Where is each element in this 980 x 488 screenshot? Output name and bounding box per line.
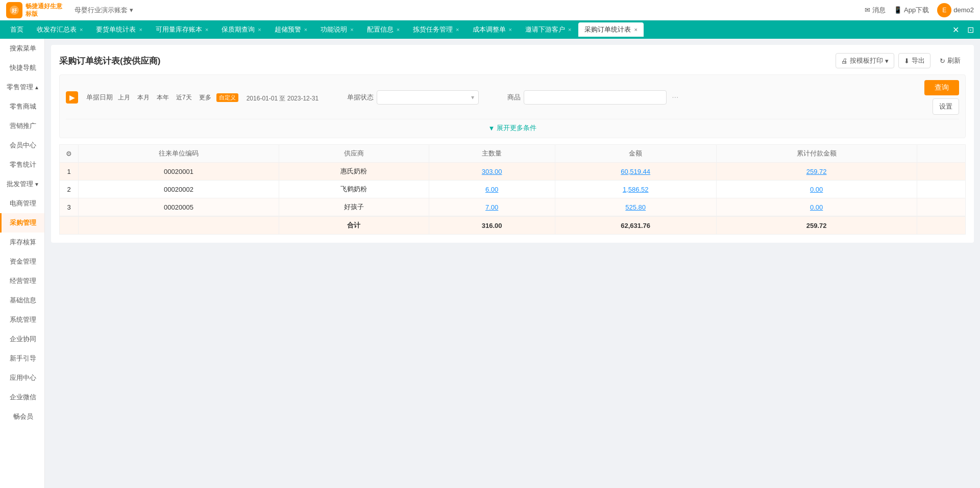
th-code: 往来单位编码 bbox=[79, 145, 279, 163]
filter-row-1: ▶ 单据日期 上月 本月 本年 近7天 更多 自定义 2016 bbox=[66, 80, 959, 115]
tab-4[interactable]: 保质期查询 × bbox=[215, 22, 267, 37]
svg-text:好: 好 bbox=[11, 8, 17, 13]
logo-icon: 好 bbox=[6, 2, 22, 18]
export-button[interactable]: ⬇ 导出 bbox=[898, 53, 930, 68]
row-code-2: 00020002 bbox=[79, 181, 279, 198]
row-paid-2[interactable]: 0.00 bbox=[810, 186, 823, 193]
sidebar-item-inventory[interactable]: 库存核算 bbox=[0, 233, 44, 252]
close-icon[interactable]: × bbox=[350, 27, 353, 33]
filter-actions: 查询 设置 bbox=[924, 80, 959, 115]
tab-active[interactable]: 采购订单统计表 × bbox=[578, 22, 643, 37]
workspace-select[interactable]: 母婴行业演示账套 ▾ bbox=[75, 6, 133, 15]
print-button[interactable]: 🖨 按模板打印 ▾ bbox=[836, 53, 894, 68]
row-qty-1[interactable]: 303.00 bbox=[482, 168, 502, 175]
sidebar-item-wechat-work[interactable]: 企业微信 bbox=[0, 388, 44, 407]
expand-filter-button[interactable]: ▼ 展开更多条件 bbox=[488, 123, 537, 133]
tab-7[interactable]: 配置信息 × bbox=[361, 22, 406, 37]
sidebar-item-retail-mall[interactable]: 零售商城 bbox=[0, 97, 44, 116]
nav-close-button[interactable]: ✕ bbox=[950, 24, 961, 36]
close-icon[interactable]: × bbox=[509, 27, 512, 33]
date-btn-last-month[interactable]: 上月 bbox=[116, 93, 132, 102]
layout: 搜索菜单 快捷导航 零售管理 ▲ 零售商城 营销推广 会员中心 零售统计 批发管… bbox=[0, 39, 980, 488]
sidebar-item-retail-mgmt[interactable]: 零售管理 ▲ bbox=[0, 78, 44, 97]
row-index-2: 2 bbox=[60, 181, 79, 198]
sidebar-item-marketing[interactable]: 营销推广 bbox=[0, 116, 44, 136]
nav-restore-button[interactable]: ⊡ bbox=[965, 24, 976, 36]
search-button[interactable]: 查询 bbox=[924, 80, 959, 95]
table-row: 2 00020002 飞鹤奶粉 6.00 1,586.52 0.00 bbox=[60, 181, 966, 198]
date-btn-7days[interactable]: 近7天 bbox=[174, 93, 194, 102]
sidebar-item-wholesale[interactable]: 批发管理 ▼ bbox=[0, 174, 44, 194]
page-header: 采购订单统计表(按供应商) 🖨 按模板打印 ▾ ⬇ 导出 ↻ 刷新 bbox=[59, 53, 966, 68]
close-icon[interactable]: × bbox=[80, 27, 83, 33]
sidebar-item-ecommerce[interactable]: 电商管理 bbox=[0, 194, 44, 213]
row-amount-3[interactable]: 525.80 bbox=[625, 203, 646, 211]
sidebar-item-finance[interactable]: 资金管理 bbox=[0, 252, 44, 271]
sidebar-item-retail-stats[interactable]: 零售统计 bbox=[0, 155, 44, 174]
date-btn-this-year[interactable]: 本年 bbox=[155, 93, 171, 102]
sidebar-item-system[interactable]: 系统管理 bbox=[0, 310, 44, 329]
filter-status-item: 单据状态 ▾ bbox=[347, 90, 479, 105]
sidebar-item-shortcuts[interactable]: 快捷导航 bbox=[0, 58, 44, 78]
user-area[interactable]: E demo2 bbox=[937, 3, 974, 17]
refresh-button[interactable]: ↻ 刷新 bbox=[935, 54, 966, 68]
print-icon: 🖨 bbox=[841, 57, 848, 65]
row-paid-1[interactable]: 259.72 bbox=[806, 168, 827, 175]
row-extra-3 bbox=[917, 198, 965, 217]
row-index-3: 3 bbox=[60, 198, 79, 217]
close-icon[interactable]: × bbox=[258, 27, 261, 33]
filter-collapse-button[interactable]: ▶ bbox=[66, 91, 78, 104]
sidebar-item-membership[interactable]: 畅会员 bbox=[0, 407, 44, 426]
footer-qty: 316.00 bbox=[429, 216, 555, 235]
close-icon[interactable]: × bbox=[568, 27, 571, 33]
sidebar-item-member[interactable]: 会员中心 bbox=[0, 136, 44, 155]
close-icon[interactable]: × bbox=[205, 27, 208, 33]
close-icon[interactable]: × bbox=[456, 27, 459, 33]
sidebar-item-guide[interactable]: 新手引导 bbox=[0, 349, 44, 368]
tab-2[interactable]: 要货单统计表 × bbox=[90, 22, 148, 37]
tab-8[interactable]: 拣货任务管理 × bbox=[407, 22, 465, 37]
footer-amount: 62,631.76 bbox=[555, 216, 716, 235]
tab-5[interactable]: 超储预警 × bbox=[268, 22, 313, 37]
tab-3[interactable]: 可用量库存账本 × bbox=[150, 22, 214, 37]
tab-6[interactable]: 功能说明 × bbox=[314, 22, 359, 37]
table-body: 1 00020001 惠氏奶粉 303.00 60,519.44 259.72 … bbox=[60, 163, 966, 217]
nav-tabs: 首页 收发存汇总表 × 要货单统计表 × 可用量库存账本 × 保质期查询 × 超… bbox=[0, 20, 980, 39]
close-icon[interactable]: × bbox=[397, 27, 400, 33]
row-amount-2[interactable]: 1,586.52 bbox=[623, 186, 649, 193]
close-icon[interactable]: × bbox=[304, 27, 307, 33]
settings-button[interactable]: 设置 bbox=[933, 98, 959, 115]
row-supplier-2: 飞鹤奶粉 bbox=[279, 181, 429, 198]
sidebar-item-app-center[interactable]: 应用中心 bbox=[0, 368, 44, 388]
goods-input[interactable] bbox=[524, 90, 667, 105]
row-supplier-3: 好孩子 bbox=[279, 198, 429, 217]
sidebar-item-operation[interactable]: 经营管理 bbox=[0, 271, 44, 291]
tab-1[interactable]: 收发存汇总表 × bbox=[31, 22, 89, 37]
sidebar-item-enterprise[interactable]: 企业协同 bbox=[0, 329, 44, 349]
status-select[interactable]: ▾ bbox=[377, 90, 479, 105]
message-button[interactable]: ✉ 消息 bbox=[865, 6, 886, 15]
goods-label: 商品 bbox=[507, 93, 521, 102]
row-qty-2[interactable]: 6.00 bbox=[485, 186, 498, 193]
close-icon[interactable]: × bbox=[634, 27, 637, 33]
row-qty-3[interactable]: 7.00 bbox=[485, 203, 498, 211]
page-actions: 🖨 按模板打印 ▾ ⬇ 导出 ↻ 刷新 bbox=[836, 53, 966, 68]
close-icon[interactable]: × bbox=[139, 27, 142, 33]
date-label: 单据日期 bbox=[86, 93, 113, 102]
app-download-button[interactable]: 📱 App下载 bbox=[894, 6, 929, 15]
th-extra bbox=[917, 145, 965, 163]
row-paid-3[interactable]: 0.00 bbox=[810, 203, 823, 211]
tab-home[interactable]: 首页 bbox=[4, 22, 30, 37]
date-btn-more[interactable]: 更多 bbox=[197, 93, 213, 102]
row-amount-1[interactable]: 60,519.44 bbox=[621, 168, 650, 175]
message-label: 消息 bbox=[872, 6, 886, 15]
tab-10[interactable]: 邀请下游客户 × bbox=[519, 22, 577, 37]
more-options-icon[interactable]: ··· bbox=[672, 93, 678, 102]
sidebar-item-basic-info[interactable]: 基础信息 bbox=[0, 291, 44, 310]
tab-9[interactable]: 成本调整单 × bbox=[467, 22, 518, 37]
chevron-down-icon: ▾ bbox=[885, 57, 889, 65]
date-btn-this-month[interactable]: 本月 bbox=[135, 93, 152, 102]
th-settings[interactable]: ⚙ bbox=[60, 145, 79, 163]
sidebar-item-purchase[interactable]: 采购管理 bbox=[0, 213, 44, 233]
sidebar-item-search[interactable]: 搜索菜单 bbox=[0, 39, 44, 58]
